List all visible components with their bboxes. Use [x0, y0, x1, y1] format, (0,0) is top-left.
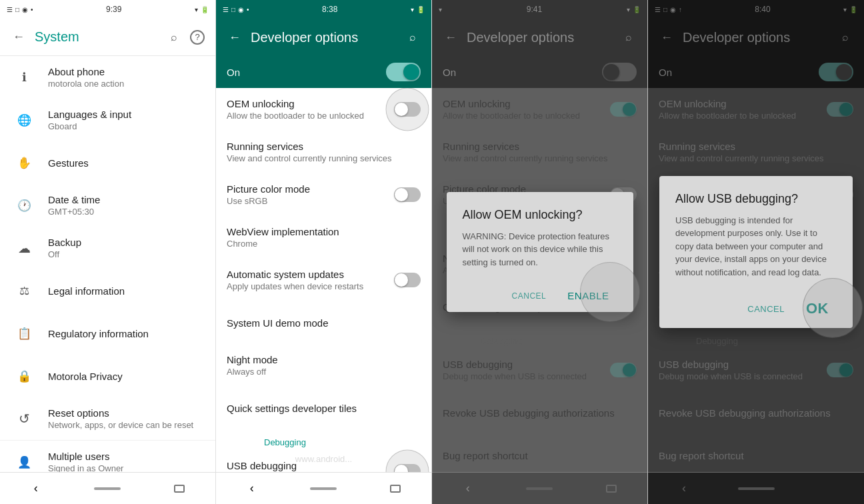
security-icon-2: □	[231, 6, 235, 13]
picture-toggle[interactable]	[394, 187, 421, 202]
backup-title: Backup	[48, 237, 205, 248]
sidebar-item-datetime[interactable]: 🕐 Date & time GMT+05:30	[0, 184, 215, 227]
datetime-subtitle: GMT+05:30	[48, 207, 205, 217]
running-services-item[interactable]: Running services View and control curren…	[216, 131, 431, 173]
panel-oem-dialog: ▾ 9:41 ▾ 🔋 ← Developer options ⌕ On OEM …	[432, 0, 648, 504]
sidebar-item-motorola-privacy[interactable]: 🔒 Motorola Privacy	[0, 355, 215, 397]
status-right-icons-2: ▾ 🔋	[411, 6, 425, 13]
auto-updates-title: Automatic system updates	[227, 269, 394, 280]
webview-title: WebView implementation	[227, 226, 421, 237]
usb-ok-button[interactable]: OK	[798, 295, 837, 323]
datetime-text: Date & time GMT+05:30	[48, 194, 205, 217]
sidebar-item-legal[interactable]: ⚖ Legal information	[0, 269, 215, 312]
picture-toggle-thumb	[395, 188, 408, 201]
auto-updates-text: Automatic system updates Apply updates w…	[227, 269, 394, 291]
regulatory-text: Regulatory information	[48, 328, 205, 339]
back-button-2[interactable]: ←	[227, 29, 243, 45]
wifi-icon-2: ▾	[411, 6, 414, 13]
nav-back-icon-2: ‹	[250, 481, 254, 495]
picture-color-item[interactable]: Picture color mode Use sRGB	[216, 173, 431, 216]
quick-settings-item[interactable]: Quick settings developer tiles	[216, 387, 431, 429]
oem-dialog-overlay: Allow OEM unlocking? WARNING: Device pro…	[432, 0, 647, 504]
users-title: Multiple users	[48, 451, 205, 462]
auto-updates-toggle[interactable]	[394, 273, 421, 287]
nav-home-1[interactable]	[87, 475, 127, 502]
usb-debugging-item[interactable]: USB debugging Debug mode when USB is con…	[216, 450, 431, 472]
users-icon: 👤	[11, 449, 37, 472]
nav-back-icon-1: ‹	[34, 481, 38, 495]
motorola-privacy-title: Motorola Privacy	[48, 371, 205, 382]
picture-text: Picture color mode Use sRGB	[227, 183, 394, 206]
backup-text: Backup Off	[48, 237, 205, 259]
gestures-title: Gestures	[48, 157, 205, 169]
search-icon-1: ⌕	[171, 31, 177, 43]
system-title: System	[35, 29, 158, 45]
oem-dialog: Allow OEM unlocking? WARNING: Device pro…	[447, 192, 633, 313]
oem-title: OEM unlocking	[227, 98, 394, 109]
search-button-1[interactable]: ⌕	[166, 29, 182, 45]
battery-icon-2: 🔋	[417, 6, 425, 13]
time-1: 9:39	[106, 5, 121, 14]
dev-settings-list: OEM unlocking Allow the bootloader to be…	[216, 88, 431, 472]
usb-debug-text: USB debugging Debug mode when USB is con…	[227, 460, 394, 472]
on-row: On	[216, 56, 431, 88]
nav-recent-2[interactable]	[375, 475, 415, 502]
sidebar-item-gestures[interactable]: ✋ Gestures	[0, 141, 215, 184]
sidebar-item-languages[interactable]: 🌐 Languages & input Gboard	[0, 99, 215, 141]
languages-subtitle: Gboard	[48, 121, 205, 131]
webview-item[interactable]: WebView implementation Chrome	[216, 216, 431, 259]
search-button-2[interactable]: ⌕	[405, 29, 421, 45]
oem-dialog-actions: Cancel Enable	[463, 279, 617, 307]
oem-text: OEM unlocking Allow the bootloader to be…	[227, 98, 394, 121]
oem-toggle[interactable]	[394, 102, 421, 117]
nav-back-1[interactable]: ‹	[16, 475, 56, 502]
nav-home-2[interactable]	[303, 475, 343, 502]
nav-home-indicator-2	[310, 487, 337, 490]
languages-text: Languages & input Gboard	[48, 109, 205, 131]
sidebar-item-backup[interactable]: ☁ Backup Off	[0, 227, 215, 269]
legal-title: Legal information	[48, 285, 205, 297]
quick-settings-text: Quick settings developer tiles	[227, 403, 421, 414]
oem-unlocking-item[interactable]: OEM unlocking Allow the bootloader to be…	[216, 88, 431, 131]
nav-recent-1[interactable]	[159, 475, 199, 502]
backup-icon: ☁	[11, 235, 37, 261]
usb-cancel-button[interactable]: Cancel	[739, 295, 793, 323]
help-icon-1: ?	[195, 32, 199, 42]
sidebar-item-users[interactable]: 👤 Multiple users Signed in as Owner	[0, 440, 215, 472]
picture-title: Picture color mode	[227, 183, 394, 195]
night-mode-item[interactable]: Night mode Always off	[216, 344, 431, 387]
help-button-1[interactable]: ?	[190, 30, 205, 45]
search-icon-2: ⌕	[409, 31, 416, 43]
on-toggle-thumb	[403, 64, 419, 80]
motorola-privacy-icon: 🔒	[11, 363, 37, 389]
p-icon-2: ◉	[238, 6, 244, 13]
oem-dialog-body: WARNING: Device protection features will…	[463, 230, 617, 269]
gestures-icon: ✋	[11, 149, 37, 176]
auto-updates-item[interactable]: Automatic system updates Apply updates w…	[216, 259, 431, 301]
sidebar-item-regulatory[interactable]: 📋 Regulatory information	[0, 312, 215, 355]
on-toggle[interactable]	[386, 63, 421, 81]
languages-icon: 🌐	[11, 107, 37, 133]
usb-dialog-actions: Cancel OK	[675, 289, 837, 323]
back-button-1[interactable]: ←	[11, 29, 27, 45]
sidebar-item-about[interactable]: ℹ About phone motorola one action	[0, 56, 215, 99]
usb-dialog: Allow USB debugging? USB debugging is in…	[659, 176, 853, 329]
toolbar-2: ← Developer options ⌕	[216, 19, 431, 56]
about-icon: ℹ	[11, 64, 37, 91]
picture-subtitle: Use sRGB	[227, 196, 394, 206]
sidebar-item-reset[interactable]: ↺ Reset options Network, apps, or device…	[0, 397, 215, 440]
running-text: Running services View and control curren…	[227, 141, 421, 163]
oem-enable-button[interactable]: Enable	[559, 285, 617, 307]
usb-debug-toggle[interactable]	[394, 464, 421, 472]
wifi-icon: ▾	[195, 6, 198, 13]
toolbar-1: ← System ⌕ ?	[0, 19, 215, 56]
night-mode-subtitle: Always off	[227, 367, 421, 377]
oem-dialog-title: Allow OEM unlocking?	[463, 208, 617, 222]
system-ui-demo-item[interactable]: System UI demo mode	[216, 301, 431, 344]
screenshot-icon: □	[15, 6, 19, 13]
oem-cancel-button[interactable]: Cancel	[504, 285, 555, 307]
nav-back-2[interactable]: ‹	[232, 475, 272, 502]
legal-text: Legal information	[48, 285, 205, 297]
night-mode-title: Night mode	[227, 354, 421, 365]
status-bar-1: ☰ □ ◉ • 9:39 ▾ 🔋	[0, 0, 215, 19]
